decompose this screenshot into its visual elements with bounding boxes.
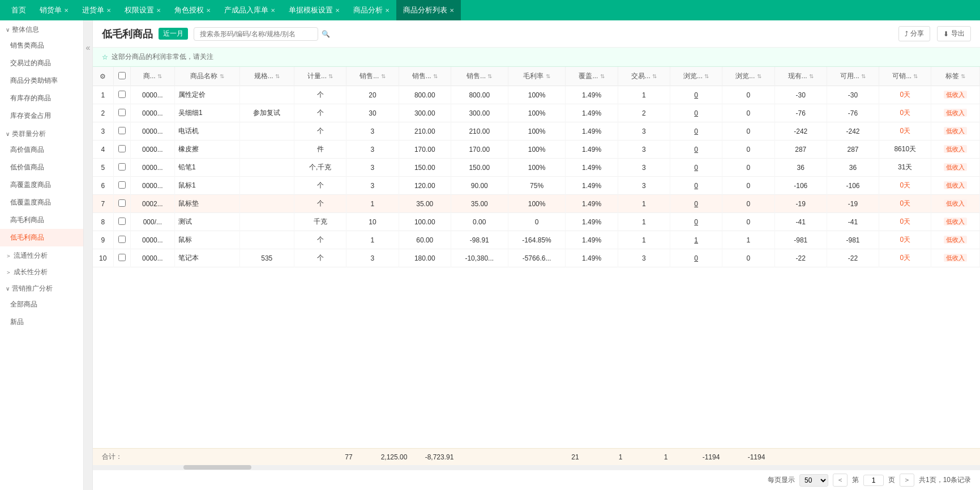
row-spec: 535 (239, 249, 294, 267)
nav-product-analysis-list[interactable]: 商品分析列表 ✕ (396, 0, 461, 20)
footer-count: 77 (326, 453, 371, 461)
nav-product-inbound[interactable]: 产成品入库单 ✕ (217, 0, 282, 20)
sidebar-item-inventory-capital[interactable]: 库存资金占用 (0, 107, 83, 125)
close-role-icon[interactable]: ✕ (206, 7, 211, 14)
col-current[interactable]: 现有... ⇅ (774, 67, 827, 86)
sidebar-group-cluster[interactable]: ∨ 类群量分析 (0, 125, 83, 141)
recent-tag[interactable]: 近一月 (159, 28, 188, 40)
row-checkbox[interactable] (113, 231, 130, 249)
row-select-checkbox[interactable] (118, 218, 126, 225)
row-select-checkbox[interactable] (118, 127, 126, 134)
page-number-input[interactable] (863, 475, 884, 486)
close-product-analysis-icon[interactable]: ✕ (385, 7, 390, 14)
row-checkbox[interactable] (113, 249, 130, 267)
nav-sales-order[interactable]: 销货单 ✕ (33, 0, 75, 20)
sidebar-group-liquidity[interactable]: ＞ 流通性分析 (0, 246, 83, 263)
sidebar-group-overall[interactable]: ∨ 整体信息 (0, 20, 83, 37)
col-tag[interactable]: 标签 ⇅ (931, 67, 980, 86)
row-view1: 0 (670, 195, 722, 213)
nav-home[interactable]: 首页 (5, 0, 33, 20)
col-code[interactable]: 商... ⇅ (130, 67, 175, 86)
close-sales-order-icon[interactable]: ✕ (64, 7, 69, 14)
col-view2[interactable]: 浏览... ⇅ (722, 67, 774, 86)
row-code: 0002... (130, 195, 175, 213)
row-select-checkbox[interactable] (118, 109, 126, 116)
sidebar-item-in-stock[interactable]: 有库存的商品 (0, 90, 83, 107)
col-sales-profit[interactable]: 销售... ⇅ (451, 67, 508, 86)
sidebar-item-category-sales-rate[interactable]: 商品分类助销率 (0, 72, 83, 90)
search-input[interactable] (194, 27, 318, 41)
row-select-checkbox[interactable] (118, 163, 126, 171)
row-select-checkbox[interactable] (118, 199, 126, 207)
footer-view1: 1 (598, 453, 643, 461)
nav-product-analysis[interactable]: 商品分析 ✕ (346, 0, 396, 20)
select-all-checkbox[interactable] (118, 72, 126, 79)
share-button[interactable]: ⤴ 分享 (898, 26, 930, 41)
row-checkbox[interactable] (113, 104, 130, 122)
search-icon[interactable]: 🔍 (322, 30, 330, 38)
row-select-checkbox[interactable] (118, 181, 126, 189)
row-checkbox[interactable] (113, 213, 130, 231)
row-select-checkbox[interactable] (118, 236, 126, 243)
nav-purchase-order[interactable]: 进货单 ✕ (75, 0, 118, 20)
close-product-list-icon[interactable]: ✕ (450, 7, 454, 14)
col-gross-margin[interactable]: 毛利率 ⇅ (508, 67, 566, 86)
row-tag: 低收入 (931, 104, 980, 122)
sidebar-item-high-margin[interactable]: 高毛利商品 (0, 211, 83, 229)
close-inbound-icon[interactable]: ✕ (271, 7, 275, 14)
page-size-select[interactable]: 50 20 100 (799, 474, 828, 487)
sidebar-item-sales-products[interactable]: 销售类商品 (0, 37, 83, 54)
prev-page-button[interactable]: ＜ (833, 474, 848, 487)
row-checkbox[interactable] (113, 140, 130, 159)
sidebar-item-low-value[interactable]: 低价值商品 (0, 159, 83, 176)
sidebar-collapse-button[interactable]: « (84, 20, 93, 490)
horizontal-scrollbar[interactable] (93, 465, 980, 470)
col-spec[interactable]: 规格... ⇅ (239, 67, 294, 86)
col-sales-price[interactable]: 销售... ⇅ (399, 67, 451, 86)
row-current: -242 (774, 122, 827, 140)
scroll-thumb[interactable] (183, 465, 251, 470)
chevron-right-icon: ＞ (6, 269, 11, 276)
row-checkbox[interactable] (113, 159, 130, 177)
row-checkbox[interactable] (113, 177, 130, 195)
col-view1[interactable]: 浏览... ⇅ (670, 67, 722, 86)
nav-permission-settings[interactable]: 权限设置 ✕ (118, 0, 168, 20)
row-select-checkbox[interactable] (118, 254, 126, 261)
row-view2: 0 (722, 195, 774, 213)
sidebar-item-low-coverage[interactable]: 低覆盖度商品 (0, 194, 83, 211)
row-checkbox[interactable] (113, 86, 130, 104)
export-button[interactable]: ⬇ 导出 (937, 26, 971, 41)
sidebar-group-marketing[interactable]: ∨ 营销推广分析 (0, 279, 83, 296)
row-select-checkbox[interactable] (118, 145, 126, 152)
row-saleable: 0天 (879, 249, 931, 267)
col-setting[interactable]: ⚙ (93, 67, 113, 86)
col-sales-count[interactable]: 销售... ⇅ (346, 67, 399, 86)
close-permission-icon[interactable]: ✕ (156, 7, 161, 14)
nav-role-auth[interactable]: 角色授权 ✕ (168, 0, 217, 20)
row-trade-count: 3 (618, 249, 670, 267)
row-checkbox[interactable] (113, 195, 130, 213)
next-page-button[interactable]: ＞ (900, 474, 914, 487)
sidebar-item-new-products[interactable]: 新品 (0, 313, 83, 331)
col-coverage[interactable]: 覆盖... ⇅ (566, 67, 618, 86)
close-template-icon[interactable]: ✕ (335, 7, 340, 14)
col-available[interactable]: 可用... ⇅ (827, 67, 879, 86)
col-checkbox[interactable] (113, 67, 130, 86)
col-name[interactable]: 商品名称 ⇅ (175, 67, 239, 86)
sidebar-group-growth[interactable]: ＞ 成长性分析 (0, 263, 83, 279)
main-content: 低毛利商品 近一月 🔍 ⤴ 分享 ⬇ 导出 ☆ 这部分商品的利润非常低，请关注 (93, 20, 980, 490)
nav-template-settings[interactable]: 单据模板设置 ✕ (282, 0, 346, 20)
row-trade-count: 3 (618, 177, 670, 195)
sidebar-item-traded-products[interactable]: 交易过的商品 (0, 54, 83, 72)
col-saleable[interactable]: 可销... ⇅ (879, 67, 931, 86)
row-saleable: 0天 (879, 177, 931, 195)
sidebar-item-high-coverage[interactable]: 高覆盖度商品 (0, 176, 83, 194)
col-unit[interactable]: 计量... ⇅ (294, 67, 346, 86)
sidebar-item-high-value[interactable]: 高价值商品 (0, 141, 83, 159)
sidebar-item-all-products[interactable]: 全部商品 (0, 296, 83, 313)
close-purchase-order-icon[interactable]: ✕ (106, 7, 111, 14)
sidebar-item-low-margin[interactable]: 低毛利商品 (0, 229, 83, 246)
row-checkbox[interactable] (113, 122, 130, 140)
row-select-checkbox[interactable] (118, 91, 126, 98)
col-trade-count[interactable]: 交易... ⇅ (618, 67, 670, 86)
